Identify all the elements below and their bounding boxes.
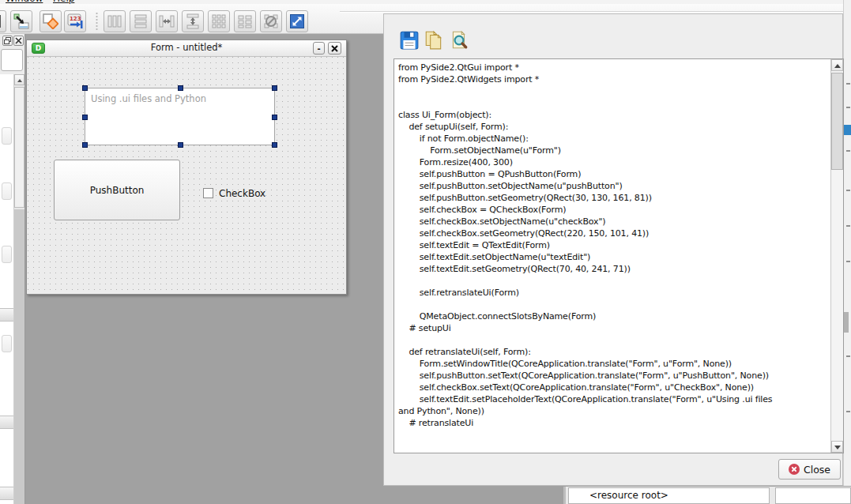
close-dialog-button[interactable]: Close bbox=[778, 459, 841, 480]
resize-handle[interactable] bbox=[178, 85, 183, 91]
layout-vertical-button[interactable] bbox=[130, 10, 152, 32]
close-circle-icon bbox=[789, 464, 800, 475]
dock-float-button[interactable] bbox=[2, 36, 13, 46]
tree-branch-tick bbox=[846, 411, 850, 412]
code-preview-dialog: from PySide2.QtGui import * from PySide2… bbox=[383, 13, 843, 486]
layout-vertical-icon bbox=[133, 13, 149, 29]
widget-box-scrollbar[interactable] bbox=[13, 74, 24, 504]
layout-horizontal-splitter-icon bbox=[159, 13, 175, 29]
adjust-size-button[interactable] bbox=[286, 10, 308, 32]
close-icon bbox=[331, 45, 338, 52]
checkbox-indicator[interactable] bbox=[203, 188, 213, 198]
copy-icon bbox=[424, 30, 445, 51]
save-icon bbox=[399, 30, 420, 51]
text-edit-widget[interactable]: Using .ui files and Python bbox=[85, 88, 275, 145]
form-designer-window: D Form - untitled* - Using .ui files and… bbox=[26, 39, 347, 295]
code-view[interactable]: from PySide2.QtGui import * from PySide2… bbox=[393, 58, 844, 453]
generated-code: from PySide2.QtGui import * from PySide2… bbox=[398, 62, 827, 451]
close-button[interactable] bbox=[328, 42, 341, 55]
tree-branch-tick bbox=[846, 83, 850, 85]
qt-designer-screen: Window Help bbox=[0, 0, 851, 504]
scroll-up-icon[interactable] bbox=[14, 74, 24, 85]
check-box-widget[interactable]: CheckBox bbox=[203, 182, 283, 204]
dock-close-button[interactable] bbox=[13, 36, 24, 46]
tree-branch-tick bbox=[846, 150, 850, 152]
resource-browser-panel: <resource root> bbox=[563, 487, 851, 504]
tree-branch-tick bbox=[846, 225, 850, 227]
layout-vertical-splitter-button[interactable] bbox=[182, 10, 204, 32]
scroll-sliver bbox=[844, 312, 849, 333]
svg-text:123: 123 bbox=[70, 16, 81, 22]
break-layout-icon bbox=[263, 13, 279, 29]
copy-button[interactable] bbox=[424, 30, 445, 51]
property-editor-sliver bbox=[843, 0, 851, 486]
scroll-up-icon[interactable] bbox=[831, 59, 843, 71]
widget-item[interactable] bbox=[2, 246, 12, 263]
form-canvas[interactable]: Using .ui files and Python PushButton Ch… bbox=[28, 57, 345, 293]
edit-widgets-icon bbox=[0, 13, 3, 29]
resize-handle[interactable] bbox=[82, 115, 88, 120]
text-edit-placeholder: Using .ui files and Python bbox=[91, 93, 206, 104]
minimize-button[interactable]: - bbox=[313, 42, 325, 55]
resize-handle[interactable] bbox=[272, 85, 277, 91]
find-button[interactable] bbox=[449, 30, 470, 51]
tree-branch-tick bbox=[846, 190, 850, 191]
resize-handle[interactable] bbox=[178, 142, 183, 148]
save-button[interactable] bbox=[399, 30, 420, 51]
checkbox-label: CheckBox bbox=[219, 188, 265, 199]
widget-filter-input[interactable] bbox=[1, 49, 23, 71]
toolbar-groove bbox=[340, 11, 851, 13]
widget-item[interactable] bbox=[2, 127, 12, 145]
close-button-label: Close bbox=[804, 464, 830, 476]
selected-row-sliver bbox=[844, 125, 851, 135]
widget-category-header[interactable] bbox=[0, 416, 13, 429]
layout-grid-icon bbox=[211, 13, 227, 29]
scrollbar-thumb[interactable] bbox=[831, 73, 843, 170]
layout-form-button[interactable] bbox=[234, 10, 256, 32]
adjust-size-icon bbox=[289, 13, 305, 29]
widget-category-header[interactable] bbox=[0, 487, 13, 500]
form-window-title: Form - untitled* bbox=[27, 42, 346, 53]
resize-handle[interactable] bbox=[82, 85, 88, 91]
edit-tab-order-button[interactable]: 123 bbox=[64, 10, 86, 32]
find-icon bbox=[449, 30, 470, 51]
toolbar-separator bbox=[96, 12, 98, 31]
widget-item[interactable] bbox=[2, 335, 12, 352]
layout-form-icon bbox=[237, 13, 253, 29]
resource-preview-box bbox=[775, 487, 851, 504]
edit-buddies-button[interactable] bbox=[40, 10, 62, 32]
layout-grid-button[interactable] bbox=[208, 10, 230, 32]
close-icon bbox=[15, 37, 22, 44]
scroll-down-icon[interactable] bbox=[831, 441, 843, 453]
tree-branch-tick bbox=[846, 261, 850, 262]
layout-horizontal-icon bbox=[107, 13, 122, 29]
widget-box-panel bbox=[0, 34, 25, 504]
resource-root-item[interactable]: <resource root> bbox=[568, 487, 770, 504]
float-icon bbox=[4, 37, 11, 44]
edit-signals-slots-button[interactable] bbox=[10, 10, 32, 32]
push-button-widget[interactable]: PushButton bbox=[54, 160, 180, 220]
form-window-titlebar[interactable]: D Form - untitled* - bbox=[27, 40, 346, 57]
edit-tab-order-icon: 123 bbox=[67, 13, 83, 29]
layout-horizontal-button[interactable] bbox=[104, 10, 126, 32]
widget-item[interactable] bbox=[2, 182, 12, 200]
resize-handle[interactable] bbox=[272, 115, 277, 120]
widget-category-header[interactable] bbox=[0, 308, 13, 322]
scrollbar-thumb[interactable] bbox=[14, 87, 24, 208]
tree-branch-tick bbox=[846, 355, 850, 357]
edit-signals-slots-icon bbox=[13, 13, 29, 29]
widget-box-list[interactable] bbox=[0, 74, 13, 504]
resize-handle[interactable] bbox=[272, 142, 277, 148]
scrollbar-track[interactable] bbox=[14, 209, 24, 504]
edit-buddies-icon bbox=[43, 13, 58, 29]
tree-branch-tick bbox=[846, 107, 850, 108]
layout-horizontal-splitter-button[interactable] bbox=[156, 10, 178, 32]
layout-vertical-splitter-icon bbox=[185, 13, 201, 29]
resize-handle[interactable] bbox=[82, 142, 88, 148]
break-layout-button[interactable] bbox=[260, 10, 282, 32]
code-scrollbar[interactable] bbox=[830, 59, 843, 453]
edit-widgets-button[interactable] bbox=[0, 10, 6, 32]
